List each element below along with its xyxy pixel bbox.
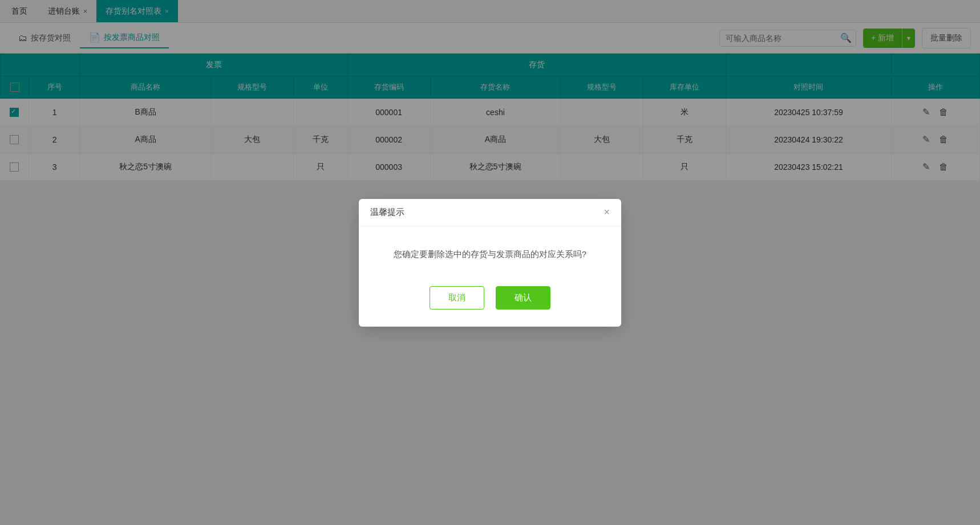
dialog-body: 您确定要删除选中的存货与发票商品的对应关系吗?	[359, 226, 621, 277]
dialog-footer: 取消 确认	[359, 277, 621, 327]
dialog-title: 温馨提示	[370, 207, 404, 218]
btn-confirm[interactable]: 确认	[496, 286, 550, 310]
dialog-header: 温馨提示 ×	[359, 199, 621, 226]
dialog-message: 您确定要删除选中的存货与发票商品的对应关系吗?	[394, 249, 586, 259]
dialog-close-button[interactable]: ×	[604, 207, 610, 217]
btn-cancel[interactable]: 取消	[430, 286, 484, 310]
dialog: 温馨提示 × 您确定要删除选中的存货与发票商品的对应关系吗? 取消 确认	[359, 199, 621, 327]
overlay: 温馨提示 × 您确定要删除选中的存货与发票商品的对应关系吗? 取消 确认	[0, 0, 980, 525]
page-content: 发票 存货 序号 商品名称 规格型号 单位 存货编码 存货名称 规格型号	[0, 54, 980, 181]
